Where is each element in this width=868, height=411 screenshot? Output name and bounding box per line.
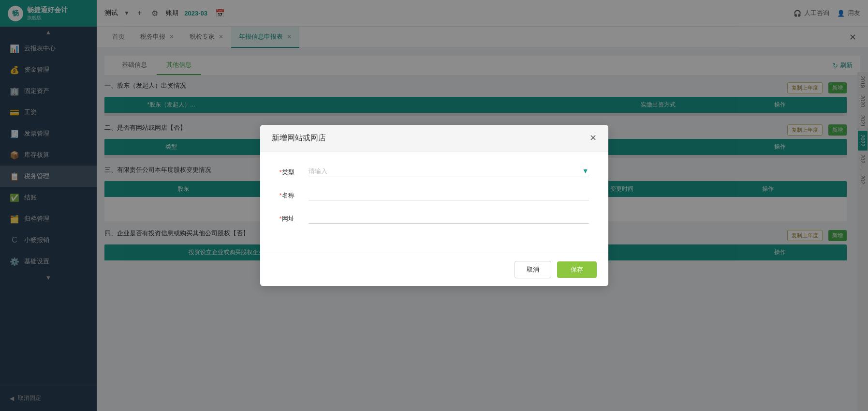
- modal-close-button[interactable]: ✕: [589, 133, 597, 143]
- modal-overlay[interactable]: 新增网站或网店 ✕ *类型 ▼ *名称: [0, 0, 868, 411]
- form-row-url: *网址: [280, 214, 589, 224]
- modal-title: 新增网站或网店: [272, 133, 326, 143]
- type-input-wrapper: ▼: [309, 167, 589, 177]
- save-button[interactable]: 保存: [557, 261, 597, 278]
- type-dropdown-arrow[interactable]: ▼: [582, 167, 589, 175]
- form-row-name: *名称: [280, 191, 589, 200]
- form-row-type: *类型 ▼: [280, 167, 589, 177]
- type-input[interactable]: [309, 167, 582, 175]
- modal-body: *类型 ▼ *名称 *网址: [260, 152, 608, 253]
- url-input-wrapper: [309, 214, 589, 224]
- name-input[interactable]: [309, 191, 589, 198]
- modal-header: 新增网站或网店 ✕: [260, 125, 608, 152]
- name-input-wrapper: [309, 191, 589, 200]
- cancel-button[interactable]: 取消: [515, 261, 551, 278]
- add-website-modal: 新增网站或网店 ✕ *类型 ▼ *名称: [260, 125, 608, 286]
- url-input[interactable]: [309, 214, 589, 221]
- modal-footer: 取消 保存: [260, 253, 608, 286]
